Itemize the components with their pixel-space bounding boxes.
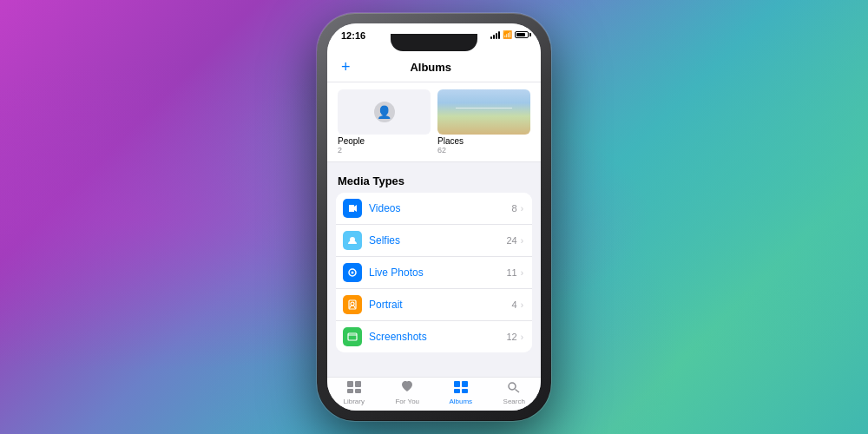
portrait-label: Portrait xyxy=(369,299,512,311)
portrait-count: 4 xyxy=(512,299,517,310)
live-photos-icon xyxy=(343,263,362,282)
signal-icon xyxy=(490,30,500,39)
people-album-name: People xyxy=(338,136,431,146)
svg-point-2 xyxy=(352,272,354,274)
svg-line-18 xyxy=(516,390,520,393)
live-photos-label: Live Photos xyxy=(369,266,506,279)
library-tab-icon xyxy=(347,381,361,397)
portrait-item[interactable]: Portrait 4 › xyxy=(336,289,532,321)
svg-rect-10 xyxy=(355,381,361,387)
tab-for-you[interactable]: For You xyxy=(381,381,435,405)
map-line xyxy=(456,108,511,108)
wifi-icon: 📶 xyxy=(503,30,512,39)
albums-tab-label: Albums xyxy=(449,398,472,405)
screenshots-chevron: › xyxy=(521,332,523,342)
places-album-count: 62 xyxy=(437,146,530,155)
live-photos-count: 11 xyxy=(506,267,516,278)
screenshots-count: 12 xyxy=(506,332,516,342)
svg-rect-16 xyxy=(462,389,468,393)
svg-rect-9 xyxy=(347,381,353,387)
utilities-header: Utilities xyxy=(327,363,541,377)
phone-screen: 12:16 📶 + Albums xyxy=(327,23,541,411)
svg-rect-12 xyxy=(355,389,361,393)
svg-point-17 xyxy=(509,383,516,390)
selfies-chevron: › xyxy=(521,236,523,246)
places-album-name: Places xyxy=(437,136,530,146)
svg-rect-14 xyxy=(462,381,468,387)
videos-item[interactable]: Videos 8 › xyxy=(336,193,532,225)
phone-device: 12:16 📶 + Albums xyxy=(317,13,551,421)
tab-albums[interactable]: Albums xyxy=(434,381,488,405)
albums-grid-row: 👤 People 2 Places 62 xyxy=(327,82,541,162)
places-album[interactable]: Places 62 xyxy=(437,89,530,155)
people-album[interactable]: 👤 People 2 xyxy=(338,89,431,155)
nav-title: Albums xyxy=(351,61,511,74)
albums-tab-icon xyxy=(454,381,468,397)
places-thumb xyxy=(437,89,530,135)
portrait-icon xyxy=(343,295,362,314)
screenshots-item[interactable]: Screenshots 12 › xyxy=(336,321,532,352)
for-you-tab-icon xyxy=(400,381,414,397)
person-circle: 👤 xyxy=(374,102,395,122)
svg-rect-5 xyxy=(348,333,357,340)
battery-icon xyxy=(515,31,529,38)
search-tab-icon xyxy=(507,381,521,397)
videos-icon xyxy=(343,199,362,218)
screenshots-label: Screenshots xyxy=(369,331,506,343)
svg-rect-15 xyxy=(454,389,460,393)
videos-chevron: › xyxy=(521,204,523,214)
videos-label: Videos xyxy=(369,202,512,214)
selfies-item[interactable]: Selfies 24 › xyxy=(336,225,532,257)
svg-rect-11 xyxy=(347,389,353,393)
people-album-count: 2 xyxy=(338,146,431,155)
phone-notch xyxy=(391,34,477,51)
screenshots-icon xyxy=(343,327,362,346)
svg-rect-13 xyxy=(454,381,460,387)
media-types-header: Media Types xyxy=(327,162,541,193)
tab-library[interactable]: Library xyxy=(327,381,381,405)
videos-count: 8 xyxy=(512,203,517,214)
people-thumb: 👤 xyxy=(338,89,431,135)
tab-bar: Library For You Albums Search xyxy=(327,377,541,411)
selfies-count: 24 xyxy=(506,235,516,246)
add-button[interactable]: + xyxy=(341,58,351,76)
selfies-icon xyxy=(343,231,362,250)
selfies-label: Selfies xyxy=(369,234,506,247)
status-icons: 📶 xyxy=(490,30,529,39)
svg-point-4 xyxy=(351,302,354,306)
live-photos-chevron: › xyxy=(521,268,523,278)
nav-bar: + Albums xyxy=(327,55,541,82)
for-you-tab-label: For You xyxy=(395,398,419,405)
media-types-list: Videos 8 › Selfies 24 › Live Pho xyxy=(336,193,532,352)
library-tab-label: Library xyxy=(344,398,365,405)
search-tab-label: Search xyxy=(503,398,525,405)
portrait-chevron: › xyxy=(521,300,523,310)
live-photos-item[interactable]: Live Photos 11 › xyxy=(336,257,532,289)
content-area: 👤 People 2 Places 62 Media Types xyxy=(327,82,541,377)
